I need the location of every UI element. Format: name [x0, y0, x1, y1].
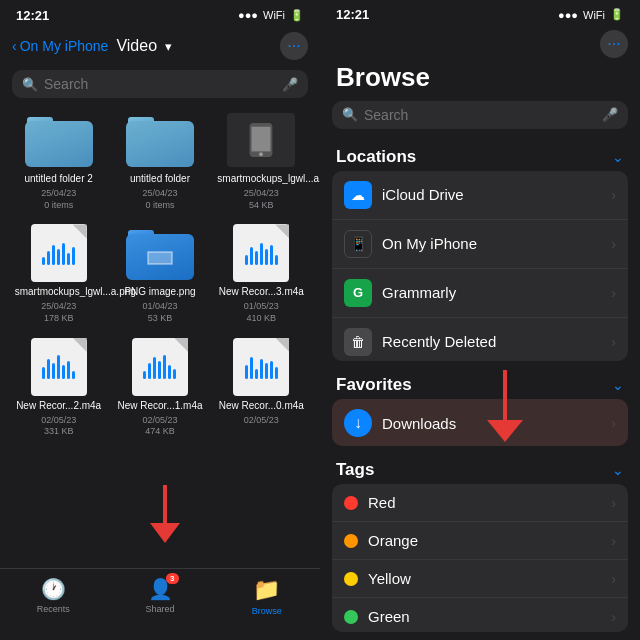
list-item[interactable]: smartmockups_lgwl...a.png 25/04/23178 KB	[12, 223, 105, 324]
icloud-icon: ☁	[344, 181, 372, 209]
grammarly-row[interactable]: G Grammarly ›	[332, 269, 628, 318]
favorites-chevron-icon[interactable]: ⌄	[612, 377, 624, 393]
file-name: PNG image.png	[124, 286, 195, 298]
folder-icon-container	[23, 110, 95, 170]
status-bar-left: 12:21 ●●● WiFi 🔋	[0, 0, 320, 28]
file-meta: 01/05/23410 KB	[244, 301, 279, 324]
tag-orange-chevron-icon: ›	[611, 533, 616, 549]
recents-icon: 🕐	[41, 577, 66, 601]
recently-deleted-row[interactable]: 🗑 Recently Deleted ›	[332, 318, 628, 362]
tag-yellow-label: Yellow	[368, 570, 601, 587]
tag-yellow-row[interactable]: Yellow ›	[332, 560, 628, 598]
tab-browse[interactable]: 📁 Browse	[213, 577, 320, 616]
tag-orange-label: Orange	[368, 532, 601, 549]
tab-recents[interactable]: 🕐 Recents	[0, 577, 107, 614]
list-item[interactable]: New Recor...1.m4a 02/05/23474 KB	[113, 337, 206, 438]
file-name: New Recor...0.m4a	[219, 400, 304, 412]
tab-bar: 🕐 Recents 👤 3 Shared 📁 Browse	[0, 568, 320, 640]
waveform-icon	[245, 241, 278, 265]
tag-yellow-chevron-icon: ›	[611, 571, 616, 587]
locations-list: ☁ iCloud Drive › 📱 On My iPhone › G Gram…	[332, 171, 628, 362]
tag-green-chevron-icon: ›	[611, 609, 616, 625]
tags-list: Red › Orange › Yellow › Green ›	[332, 484, 628, 632]
search-bar-right[interactable]: 🔍 🎤	[332, 101, 628, 129]
downloads-chevron-icon: ›	[611, 415, 616, 431]
icloud-chevron-icon: ›	[611, 187, 616, 203]
nav-title: Video	[116, 37, 157, 55]
grammarly-label: Grammarly	[382, 284, 601, 301]
list-item[interactable]: smartmockups_lgwl...a.jpg 25/04/2354 KB	[215, 110, 308, 211]
doc-icon-container	[23, 337, 95, 397]
more-button[interactable]: ···	[280, 32, 308, 60]
tag-orange-row[interactable]: Orange ›	[332, 522, 628, 560]
tab-shared[interactable]: 👤 3 Shared	[107, 577, 214, 614]
recently-deleted-chevron-icon: ›	[611, 334, 616, 350]
tag-red-dot	[344, 496, 358, 510]
folder-blue-icon	[126, 226, 194, 280]
tag-red-row[interactable]: Red ›	[332, 484, 628, 522]
file-name: smartmockups_lgwl...a.jpg	[217, 173, 305, 185]
on-my-iphone-label: On My iPhone	[382, 235, 601, 252]
status-icons-left: ●●● WiFi 🔋	[238, 9, 304, 22]
favorites-list: ↓ Downloads ›	[332, 399, 628, 446]
list-item[interactable]: New Recor...2.m4a 02/05/23331 KB	[12, 337, 105, 438]
shared-badge: 3	[166, 573, 178, 584]
file-name: New Recor...2.m4a	[16, 400, 101, 412]
icloud-drive-row[interactable]: ☁ iCloud Drive ›	[332, 171, 628, 220]
file-meta: 25/04/23178 KB	[41, 301, 76, 324]
video-dropdown-icon[interactable]: ▾	[165, 39, 172, 54]
list-item[interactable]: PNG image.png 01/04/2353 KB	[113, 223, 206, 324]
back-label: On My iPhone	[20, 38, 109, 54]
signal-icon-right: ●●●	[558, 9, 578, 21]
right-panel: 12:21 ●●● WiFi 🔋 ··· Browse 🔍 🎤 Location…	[320, 0, 640, 640]
list-item[interactable]: untitled folder 25/04/230 items	[113, 110, 206, 211]
search-icon-right: 🔍	[342, 107, 358, 122]
file-name: untitled folder	[130, 173, 190, 185]
folder-open-svg	[146, 246, 174, 268]
tag-green-row[interactable]: Green ›	[332, 598, 628, 632]
tags-label: Tags	[336, 460, 374, 480]
file-meta: 01/04/2353 KB	[142, 301, 177, 324]
battery-icon: 🔋	[290, 9, 304, 22]
tag-red-chevron-icon: ›	[611, 495, 616, 511]
svg-point-2	[259, 152, 263, 156]
file-name: untitled folder 2	[24, 173, 92, 185]
time-left: 12:21	[16, 8, 49, 23]
on-my-iphone-row[interactable]: 📱 On My iPhone ›	[332, 220, 628, 269]
tab-recents-label: Recents	[37, 604, 70, 614]
file-name: New Recor...3.m4a	[219, 286, 304, 298]
waveform-icon	[42, 241, 75, 265]
mic-icon-left: 🎤	[282, 77, 298, 92]
wifi-icon: WiFi	[263, 9, 285, 21]
tags-chevron-icon[interactable]: ⌄	[612, 462, 624, 478]
doc-icon	[233, 224, 289, 282]
locations-chevron-icon[interactable]: ⌄	[612, 149, 624, 165]
image-preview	[227, 113, 295, 167]
svg-marker-4	[150, 523, 180, 543]
list-item[interactable]: New Recor...3.m4a 01/05/23410 KB	[215, 223, 308, 324]
back-button[interactable]: ‹ On My iPhone	[12, 38, 108, 54]
search-bar-left[interactable]: 🔍 🎤	[12, 70, 308, 98]
tag-red-label: Red	[368, 494, 601, 511]
doc-icon	[132, 338, 188, 396]
tag-yellow-dot	[344, 572, 358, 586]
file-name: smartmockups_lgwl...a.png	[15, 286, 103, 298]
file-meta: 02/05/23474 KB	[142, 415, 177, 438]
downloads-row[interactable]: ↓ Downloads ›	[332, 399, 628, 446]
on-my-iphone-chevron-icon: ›	[611, 236, 616, 252]
wifi-icon-right: WiFi	[583, 9, 605, 21]
locations-label: Locations	[336, 147, 416, 167]
more-button-right[interactable]: ···	[600, 30, 628, 58]
recently-deleted-label: Recently Deleted	[382, 333, 601, 350]
doc-icon-container	[124, 337, 196, 397]
search-input-left[interactable]	[44, 76, 276, 92]
right-more-bar: ···	[320, 28, 640, 58]
list-item[interactable]: untitled folder 2 25/04/230 items	[12, 110, 105, 211]
search-input-right[interactable]	[364, 107, 596, 123]
battery-icon-right: 🔋	[610, 8, 624, 21]
list-item[interactable]: New Recor...0.m4a 02/05/23	[215, 337, 308, 438]
file-meta: 25/04/2354 KB	[244, 188, 279, 211]
tags-section-header: Tags ⌄	[320, 454, 640, 484]
more-dots-icon-right: ···	[607, 35, 620, 53]
file-meta: 25/04/230 items	[41, 188, 76, 211]
